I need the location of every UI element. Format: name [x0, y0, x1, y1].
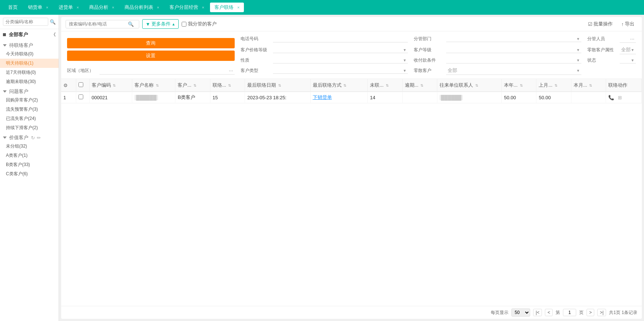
manager-dots-icon[interactable]: ··· [630, 36, 634, 42]
col-action-label: 联络动作 [608, 82, 627, 88]
sidebar-item-overdue[interactable]: 逾期未联络(30) [0, 77, 59, 86]
nav-customer-contact[interactable]: 客户联络 × [210, 3, 244, 12]
last-method-link[interactable]: 下销货单 [313, 94, 332, 100]
sidebar-item-class-b[interactable]: B类客户(33) [0, 160, 59, 169]
sidebar-item-declining[interactable]: 持续下滑客户(2) [0, 123, 59, 132]
my-customers-checkbox[interactable] [182, 22, 186, 27]
nav-close-sales[interactable]: × [46, 5, 48, 10]
filter-bar: 🔍 ▼ 更多条件 ▲ 我分管的客户 ☑ 批量操作 ↑ 导出 [61, 17, 642, 31]
col-this-year-sort-icon[interactable]: ⇅ [520, 83, 523, 87]
price-level-select[interactable]: ▼ [273, 47, 408, 53]
col-this-year: 本年... ⇅ [502, 79, 536, 92]
sidebar-item-abnormal[interactable]: 回购异常客户(2) [0, 96, 59, 105]
col-last-month-sort-icon[interactable]: ⇅ [554, 83, 557, 87]
status-chevron-icon: ▼ [631, 58, 634, 62]
search-icon[interactable]: 🔍 [128, 21, 134, 27]
customer-level-select[interactable]: ▼ [446, 47, 581, 53]
nav-close-purchase[interactable]: × [77, 5, 79, 10]
sidebar-search-input[interactable] [3, 18, 48, 26]
col-overdue-sort-icon[interactable]: ⇅ [420, 83, 423, 87]
retail-attr-chevron-icon: ▼ [631, 48, 634, 52]
sidebar-item-churned[interactable]: 已流失客户(24) [0, 114, 59, 123]
col-last-date-sort-icon[interactable]: ⇅ [278, 83, 281, 87]
payment-select[interactable]: ▼ [446, 58, 581, 63]
status-select[interactable]: ▼ [620, 58, 636, 63]
filter-dept: 分管部门 ▼ [414, 35, 581, 43]
next-page-btn[interactable]: > [587, 309, 594, 316]
retail-attr-select[interactable]: 全部 ▼ [620, 46, 636, 54]
col-not-contacted-sort-icon[interactable]: ⇅ [386, 83, 389, 87]
nav-product-analysis[interactable]: 商品分析 × [85, 3, 119, 12]
nav-product-analysis-list[interactable]: 商品分析列表 × [120, 3, 164, 12]
customer-type-select[interactable]: ▼ [273, 68, 408, 74]
contact-phone-icon[interactable]: 📞 [608, 95, 614, 100]
sidebar-item-7days-pending[interactable]: 近7天待联络(0) [0, 68, 59, 77]
nav-purchase-order[interactable]: 进货单 × [54, 3, 83, 12]
filter-phone: 电话号码 [241, 35, 408, 43]
sidebar-item-class-a[interactable]: A类客户(1) [0, 151, 59, 160]
gear-icon[interactable]: ⚙ [63, 83, 68, 88]
value-group-edit-icon[interactable]: ✏ [37, 135, 41, 141]
table-footer: 每页显示 50 100 |< < 第 页 > >| 共1页 1条记录 [61, 306, 642, 319]
per-page-select[interactable]: 50 100 [511, 308, 530, 317]
batch-operation-btn[interactable]: ☑ 批量操作 [585, 20, 616, 28]
col-contact-sort-icon[interactable]: ⇅ [228, 83, 231, 87]
contact-grid-icon[interactable]: ⊞ [618, 95, 622, 100]
select-all-checkbox[interactable] [78, 82, 83, 87]
nav-customer-tier[interactable]: 客户分层经营 × [165, 3, 209, 12]
dept-select[interactable]: ▼ [446, 36, 581, 42]
table-container: ⚙ 客户编码 ⇅ 客户名称 ⇅ [61, 79, 642, 306]
region-dots-icon[interactable]: ··· [229, 68, 233, 73]
col-type-sort-icon[interactable]: ⇅ [193, 83, 196, 87]
query-button[interactable]: 查询 [67, 38, 235, 48]
retail-customer-chevron-icon: ▼ [576, 69, 580, 73]
nav-close-product[interactable]: × [112, 5, 114, 10]
sidebar-collapse-icon[interactable]: 《 [51, 32, 56, 38]
query-actions: 查询 设置 [67, 35, 235, 63]
prev-page-btn[interactable]: < [545, 309, 553, 316]
nav-close-contact[interactable]: × [237, 5, 239, 10]
gender-select[interactable]: ▼ [273, 58, 408, 63]
my-customers-checkbox-label[interactable]: 我分管的客户 [182, 21, 217, 27]
sidebar-group-problem[interactable]: 问题客户 [0, 86, 59, 96]
sidebar-group-value[interactable]: 价值客户 ↻ ✏ [0, 132, 59, 142]
value-group-refresh-icon[interactable]: ↻ [31, 135, 35, 141]
col-last-method-sort-icon[interactable]: ⇅ [343, 83, 346, 87]
sidebar-item-ungrouped[interactable]: 未分组(32) [0, 142, 59, 151]
sidebar-group-pending[interactable]: 待联络客户 [0, 40, 59, 49]
region-input[interactable]: ··· [99, 67, 235, 75]
row-type: B类客户 [175, 92, 210, 103]
manager-input[interactable]: ··· [620, 35, 636, 43]
nav-close-product-list[interactable]: × [157, 5, 159, 10]
nav-sales-order[interactable]: 销货单 × [24, 3, 53, 12]
page-suffix: 页 [579, 310, 584, 316]
problem-expand-icon [3, 90, 7, 93]
sidebar-search-icon[interactable]: 🔍 [50, 19, 56, 25]
sidebar: 🔍 全部客户 《 待联络客户 今天待联络(0) 明天待联络(1) 近7天待联络(… [0, 15, 59, 321]
phone-input[interactable] [273, 35, 408, 42]
setting-button[interactable]: 设置 [67, 51, 235, 61]
contact-person-blurred: ██████ [440, 95, 463, 100]
first-page-btn[interactable]: |< [533, 309, 542, 316]
retail-customer-select[interactable]: 全部 ▼ [446, 66, 581, 75]
search-box[interactable]: 🔍 [66, 20, 139, 28]
sidebar-item-churn-warning[interactable]: 流失预警客户(3) [0, 105, 59, 114]
col-name-sort-icon[interactable]: ⇅ [156, 83, 159, 87]
sidebar-item-today-pending[interactable]: 今天待联络(0) [0, 49, 59, 59]
sidebar-item-class-c[interactable]: C类客户(6) [0, 169, 59, 179]
col-this-month-sort-icon[interactable]: ⇅ [589, 83, 592, 87]
current-page-input[interactable] [563, 309, 576, 316]
col-checkbox [76, 79, 89, 92]
sidebar-item-tomorrow-pending[interactable]: 明天待联络(1) [0, 59, 59, 68]
search-input[interactable] [69, 21, 128, 27]
last-page-btn[interactable]: >| [597, 309, 606, 316]
sidebar-all-customers[interactable]: 全部客户 《 [0, 29, 59, 40]
row-select-checkbox[interactable] [78, 94, 83, 99]
more-conditions-btn[interactable]: ▼ 更多条件 ▲ [142, 19, 179, 29]
col-contact-person-sort-icon[interactable]: ⇅ [475, 83, 478, 87]
nav-home[interactable]: 首页 [4, 3, 22, 12]
nav-close-tier[interactable]: × [202, 5, 204, 10]
export-btn[interactable]: ↑ 导出 [619, 20, 638, 28]
col-code-sort-icon[interactable]: ⇅ [113, 83, 116, 87]
customer-table: ⚙ 客户编码 ⇅ 客户名称 ⇅ [61, 79, 642, 103]
